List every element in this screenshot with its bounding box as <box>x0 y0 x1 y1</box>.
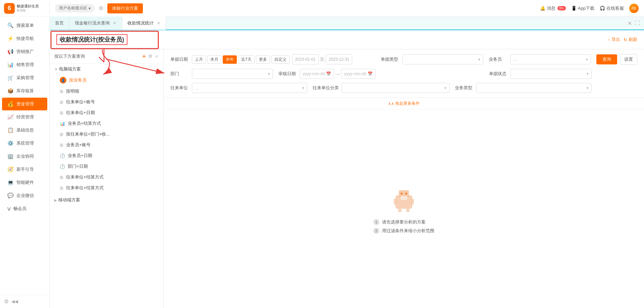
shortcut-this-month[interactable]: 本月 <box>207 55 221 64</box>
sidebar-item-guide[interactable]: 🧭 新手引导 <box>2 163 47 176</box>
mobile-scheme-group[interactable]: ▶ 移动端方案 <box>50 195 163 205</box>
page-title: 收款情况统计(按业务员) <box>56 34 127 45</box>
service-icon: 🎧 <box>600 6 605 11</box>
query-button[interactable]: 查询 <box>596 54 617 64</box>
desktop-scheme-children: 👤 按业务员 ⊞ 按明细 ⊞ 往来单位+账号 ⊞ 往来单位+日期 <box>50 74 163 193</box>
grid-icon-3: ⊞ <box>60 110 63 115</box>
desktop-scheme-group[interactable]: ▼ 电脑端方案 <box>50 64 163 74</box>
sidebar-item-search-menu[interactable]: 🔍 搜索菜单 <box>2 19 47 32</box>
business-type-arrow: ▾ <box>587 86 589 90</box>
operation-icon: 📈 <box>7 114 14 120</box>
scheme-by-unit-settlement2[interactable]: ⊞ 往来单位+结算方式 <box>55 183 163 193</box>
bar-chart-icon: 📊 <box>60 121 65 126</box>
sidebar-item-finance[interactable]: 💰 资金管理 <box>2 98 47 110</box>
partner-input[interactable]: ... ▾ <box>192 83 307 93</box>
notifications-btn[interactable]: 🔔 消息 99+ <box>540 5 566 11</box>
expand-tab-icon[interactable]: ⛶ <box>635 20 640 26</box>
online-service-btn[interactable]: 🎧 在线客服 <box>600 5 624 11</box>
logo-icon: 6 <box>4 3 15 14</box>
partner-category-input[interactable]: ▾ <box>341 83 449 93</box>
date-start-input[interactable]: 2023-01-01 <box>292 54 319 64</box>
sidebar-nav: 🔍 搜索菜单 ⚡ 快捷导航 📢 营销推广 📊 销售管理 🛒 采购管理 📦 库存核… <box>0 17 49 295</box>
export-icon: ↑ <box>608 37 610 42</box>
tab-collection-stat-close[interactable]: ✕ <box>157 21 160 25</box>
collapse-sidebar-icon[interactable]: ◀◀ <box>11 299 18 304</box>
salesperson-input[interactable]: ... ▾ <box>510 54 591 64</box>
add-scheme-btn[interactable]: + <box>142 53 146 60</box>
date-end-input[interactable]: 2023-12-31 <box>326 54 352 64</box>
panel-header: 按以下方案查询 + ⚙ « <box>50 49 163 64</box>
collapse-more-btn[interactable]: ∧∧ 收起更多条件 <box>164 98 644 109</box>
trial-button[interactable]: 体验行业方案 <box>107 3 143 13</box>
sales-icon: 📊 <box>7 62 14 68</box>
review-date-start[interactable]: yyyy-mm-dd 📅 <box>300 69 334 79</box>
shortcut-7days[interactable]: 近7天 <box>238 55 255 64</box>
scheme-by-salesperson-account[interactable]: ⊞ 业务员+账号 <box>55 140 163 150</box>
doc-type-arrow: ▾ <box>478 57 480 62</box>
sidebar-item-basic[interactable]: 📋 基础信息 <box>2 124 47 137</box>
sidebar-item-purchase[interactable]: 🛒 采购管理 <box>2 71 47 84</box>
shortcut-this-year[interactable]: 本年 <box>223 55 237 64</box>
scheme-by-unit-account[interactable]: ⊞ 往来单位+账号 <box>55 97 163 107</box>
sidebar: 6 畅捷通好生意 标准版 🔍 搜索菜单 ⚡ 快捷导航 📢 营销推广 📊 销售管理… <box>0 0 50 308</box>
export-button[interactable]: ↑ 导出 <box>608 37 621 43</box>
scheme-by-dept-date[interactable]: 🕐 部门+日期 <box>55 161 163 172</box>
active-scheme-dot: 👤 <box>60 77 66 84</box>
tab-bar: 首页 现金银行流水查询 ✕ 收款情况统计 ✕ ✕ ⛶ <box>50 17 644 30</box>
breadcrumb: 用户名称显示区 ▾ <box>55 4 95 12</box>
scheme-by-unit-date[interactable]: ⊞ 往来单位+日期 <box>55 107 163 118</box>
header-right: 🔔 消息 99+ 📱 App下载 🎧 在线客服 Rit <box>540 4 639 13</box>
partner-arrow: ▾ <box>302 86 304 90</box>
doc-type-input[interactable]: ▾ <box>402 54 483 64</box>
header-gear-icon[interactable]: ⚙ <box>99 5 103 11</box>
search-row-2: 部门 ▾ 审核日期 yyyy-mm-dd 📅 <box>170 69 637 79</box>
review-date-end[interactable]: yyyy-mm-dd 📅 <box>341 69 375 79</box>
close-all-tabs-icon[interactable]: ✕ <box>628 20 632 27</box>
business-type-input[interactable]: ▾ <box>476 83 592 93</box>
empty-tip-1: 1 请先选择要分析的方案 <box>373 219 434 225</box>
scheme-by-salesperson-date[interactable]: 🕐 业务员+日期 <box>55 150 163 161</box>
app-download-btn[interactable]: 📱 App下载 <box>571 5 594 11</box>
collapse-panel-btn[interactable]: « <box>155 53 159 60</box>
doc-status-input[interactable]: ▾ <box>511 69 592 79</box>
sidebar-footer: ⚙ ◀◀ <box>0 295 49 308</box>
settings-button[interactable]: 设置 <box>620 54 637 65</box>
refresh-button[interactable]: ↻ 刷新 <box>624 37 637 43</box>
sidebar-item-wechat[interactable]: 💬 企业微信 <box>2 189 47 202</box>
shortcut-last-month[interactable]: 上月 <box>192 55 206 64</box>
sidebar-item-hardware[interactable]: 💻 智能硬件 <box>2 176 47 189</box>
page-header: 收款情况统计(按业务员) ↑ 导出 ↻ 刷新 <box>50 30 644 49</box>
salesperson-field: 业务员 ... ▾ <box>489 54 591 64</box>
hardware-icon: 💻 <box>7 179 14 186</box>
partner-category-field: 往来单位分类 ▾ <box>313 83 449 93</box>
sidebar-item-marketing[interactable]: 📢 营销推广 <box>2 45 47 58</box>
user-avatar[interactable]: Rit <box>629 4 639 13</box>
tab-bank-flow-close[interactable]: ✕ <box>113 21 116 25</box>
dept-input[interactable]: ▾ <box>192 69 273 79</box>
scheme-by-unit-dept[interactable]: ⊞ 按往来单位+部门+收... <box>55 129 163 140</box>
bell-icon: 🔔 <box>540 6 545 11</box>
sidebar-item-operation[interactable]: 📈 经营管理 <box>2 111 47 123</box>
scheme-settings-btn[interactable]: ⚙ <box>148 53 153 60</box>
tab-collection-stat[interactable]: 收款情况统计 ✕ <box>122 16 166 30</box>
shortcut-custom[interactable]: 自定义 <box>271 55 289 64</box>
quick-nav-icon: ⚡ <box>7 36 14 42</box>
settings-icon[interactable]: ⚙ <box>4 298 9 305</box>
sidebar-item-quick-nav[interactable]: ⚡ 快捷导航 <box>2 32 47 45</box>
sidebar-item-system[interactable]: ⚙️ 系统管理 <box>2 137 47 150</box>
page-content: 收款情况统计(按业务员) ↑ 导出 ↻ 刷新 按以下方案查询 + <box>50 30 644 308</box>
sidebar-item-inventory[interactable]: 📦 库存核算 <box>2 85 47 97</box>
sidebar-item-sales[interactable]: 📊 销售管理 <box>2 58 47 71</box>
shortcut-more[interactable]: 更多 <box>256 55 270 64</box>
grid-icon-2: ⊞ <box>60 100 63 105</box>
sidebar-item-member[interactable]: V 畅会员 <box>2 202 47 215</box>
grid-icon-4: ⊞ <box>60 132 63 137</box>
sidebar-item-enterprise[interactable]: 🏢 企业协同 <box>2 150 47 163</box>
tab-bank-flow[interactable]: 现金银行流水查询 ✕ <box>69 16 122 30</box>
scheme-by-salesperson[interactable]: 👤 按业务员 <box>55 74 163 86</box>
scheme-by-detail[interactable]: ⊞ 按明细 <box>55 86 163 97</box>
tab-home[interactable]: 首页 <box>50 16 69 30</box>
scheme-by-unit-settlement1[interactable]: ⊞ 往来单位+结算方式 <box>55 172 163 183</box>
scheme-by-salesperson-settlement[interactable]: 📊 业务员+结算方式 <box>55 118 163 129</box>
partner-dots: ... <box>195 86 199 91</box>
